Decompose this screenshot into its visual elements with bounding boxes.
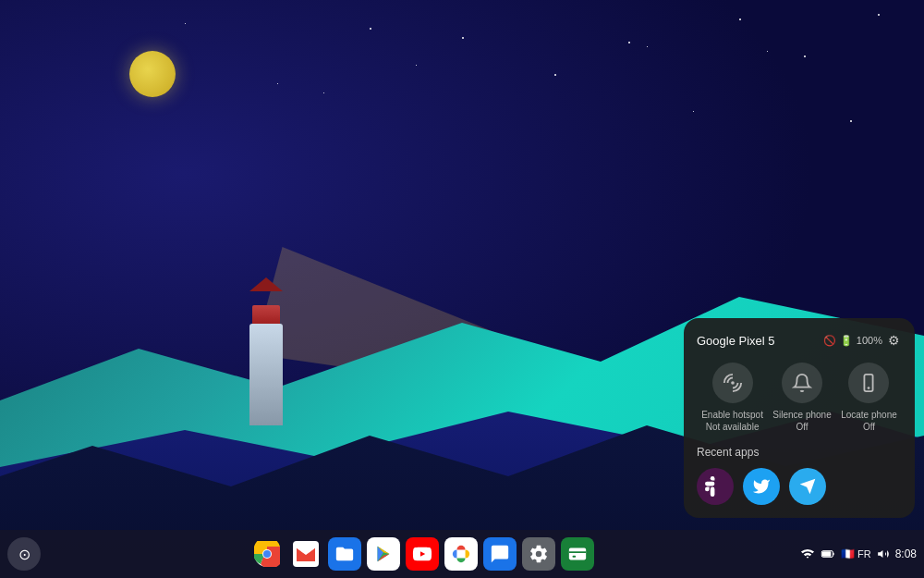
taskbar-app-gmail[interactable] bbox=[289, 537, 322, 571]
tray-volume[interactable] bbox=[877, 547, 890, 560]
tray-flag: 🇫🇷 bbox=[841, 547, 855, 560]
svg-point-0 bbox=[731, 381, 735, 385]
system-tray: 🇫🇷 FR 8:08 bbox=[800, 547, 917, 561]
tray-battery[interactable] bbox=[821, 547, 835, 561]
tray-time[interactable]: 8:08 bbox=[895, 547, 917, 560]
taskbar-app-play[interactable] bbox=[367, 537, 400, 571]
panel-settings-button[interactable]: ⚙ bbox=[886, 331, 902, 350]
taskbar-app-files[interactable] bbox=[328, 537, 361, 571]
taskbar-app-settings[interactable] bbox=[522, 537, 555, 571]
taskbar-app-youtube[interactable] bbox=[406, 537, 439, 571]
hotspot-label: Enable hotspot Not available bbox=[701, 409, 763, 433]
silence-label: Silence phone Off bbox=[772, 409, 831, 433]
hotspot-icon bbox=[712, 363, 753, 403]
taskbar-app-finance[interactable] bbox=[561, 537, 594, 571]
battery-icon: 🔋 bbox=[840, 335, 853, 347]
silence-icon bbox=[782, 363, 822, 403]
taskbar-app-messages[interactable] bbox=[483, 537, 517, 571]
taskbar-app-photos[interactable] bbox=[444, 537, 478, 571]
quick-actions: Enable hotspot Not available Silence pho… bbox=[697, 363, 902, 433]
recent-app-telegram[interactable] bbox=[789, 468, 826, 505]
device-name: Google Pixel 5 bbox=[697, 334, 775, 348]
svg-rect-15 bbox=[572, 556, 576, 558]
recent-apps-label: Recent apps bbox=[697, 446, 902, 459]
recent-apps-row bbox=[697, 468, 902, 505]
locate-action[interactable]: Locate phone Off bbox=[841, 363, 897, 433]
locate-icon bbox=[848, 363, 889, 403]
svg-marker-18 bbox=[878, 550, 882, 558]
taskbar: ⊙ bbox=[0, 530, 924, 578]
phone-panel: Google Pixel 5 🚫 🔋 100% ⚙ Enable hotspot… bbox=[684, 318, 915, 518]
status-icons: 🚫 🔋 100% ⚙ bbox=[823, 331, 902, 350]
locate-label: Locate phone Off bbox=[841, 409, 897, 433]
tray-lang: FR bbox=[857, 548, 871, 560]
svg-rect-14 bbox=[569, 548, 586, 560]
wifi-icon bbox=[800, 547, 815, 561]
recent-app-slack[interactable] bbox=[697, 468, 734, 505]
volume-icon bbox=[877, 547, 890, 560]
hotspot-action[interactable]: Enable hotspot Not available bbox=[701, 363, 763, 433]
svg-point-6 bbox=[263, 550, 271, 558]
taskbar-app-chrome[interactable] bbox=[250, 537, 284, 571]
moon bbox=[129, 51, 176, 97]
launcher-button[interactable]: ⊙ bbox=[7, 537, 41, 571]
lighthouse bbox=[249, 291, 283, 425]
recent-app-twitter[interactable] bbox=[743, 468, 780, 505]
silence-action[interactable]: Silence phone Off bbox=[772, 363, 831, 433]
tray-battery-icon bbox=[821, 547, 835, 561]
panel-header: Google Pixel 5 🚫 🔋 100% ⚙ bbox=[697, 331, 902, 350]
battery-percent: 100% bbox=[857, 335, 882, 346]
svg-rect-17 bbox=[822, 551, 831, 556]
sim-icon: 🚫 bbox=[823, 335, 836, 347]
tray-wifi[interactable] bbox=[800, 547, 815, 561]
taskbar-apps bbox=[48, 537, 796, 571]
tray-language[interactable]: 🇫🇷 FR bbox=[841, 547, 871, 560]
